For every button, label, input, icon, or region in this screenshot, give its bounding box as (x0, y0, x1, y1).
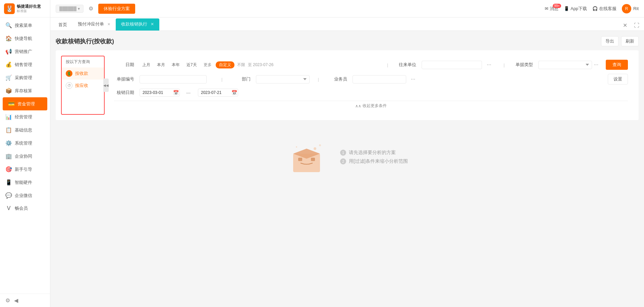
bill-no-input[interactable] (140, 75, 207, 84)
date-this-year[interactable]: 本年 (169, 61, 182, 68)
sidebar-item-hardware[interactable]: 📱 智能硬件 (0, 176, 50, 189)
sidebar-item-finance[interactable]: 💳 资金管理 (3, 97, 47, 110)
inventory-icon: 📦 (5, 88, 12, 94)
verification-date-start-input[interactable] (140, 89, 180, 97)
online-service-label: 在线客服 (599, 6, 616, 12)
dept-select[interactable] (256, 75, 310, 84)
logo-icon: 🐰 (4, 3, 15, 14)
step1-number: 1 (340, 150, 346, 156)
maximize-tab-icon[interactable]: ⛶ (632, 22, 641, 29)
sidebar-item-purchase[interactable]: 🛒 采购管理 (0, 71, 50, 84)
date-nolimit: 不限 (237, 62, 245, 68)
close-tab-icon[interactable]: ✕ (621, 21, 629, 29)
sidebar-menu: 🔍 搜索菜单 🏠 快捷导航 📢 营销推广 💰 销售管理 🛒 采购管理 📦 库存核… (0, 17, 50, 294)
wechat-icon: 💬 (5, 192, 12, 199)
filter-panel: 按以下方查询 💲 按收款 ⏱ 按应收 ◀◀ 日期 上月 (56, 50, 639, 120)
date-label: 日期 (114, 62, 134, 68)
tab-home[interactable]: 首页 (53, 19, 72, 31)
sidebar-item-label: 搜索菜单 (15, 22, 32, 29)
sidebar-item-label: 新手引导 (15, 166, 32, 172)
bill-no-value (140, 75, 213, 84)
counterpart-input[interactable] (422, 61, 482, 69)
sidebar-logo: 🐰 畅捷通好生意 标准版 (0, 0, 50, 17)
settings-button[interactable]: 设置 (608, 74, 628, 85)
filter-by-receipt[interactable]: 💲 按收款 (62, 67, 104, 80)
filter-form: 日期 上月 本月 本年 近7天 更多 自定义 不限 至 2023-07-26 (109, 56, 633, 115)
export-button[interactable]: 导出 (601, 36, 619, 46)
date-custom-tag[interactable]: 自定义 (216, 61, 234, 68)
finance-icon: 💳 (8, 101, 15, 107)
main-area: ██████ ▾ ⚙ 休验行业方案 ✉ 消息 99+ 📱 App下载 🎧 在线客… (50, 0, 644, 307)
online-service-button[interactable]: 🎧 在线客服 (592, 6, 616, 12)
empty-state: 1 请先选择要分析的方案 2 用[过滤]条件来缩小分析范围 (56, 120, 639, 194)
company-select[interactable]: ██████ ▾ (56, 5, 84, 13)
sales-icon: 💰 (5, 61, 12, 68)
bill-type-more-icon[interactable]: ··· (592, 61, 600, 68)
sidebar-item-inventory[interactable]: 📦 库存核算 (0, 84, 50, 97)
sidebar-item-label: 资金管理 (17, 101, 35, 107)
page-content: 收款核销执行(按收款) 导出 刷新 按以下方查询 💲 按收款 ⏱ 按应收 ◀◀ (50, 31, 644, 307)
date-range-separator: — (186, 90, 191, 95)
sidebar-item-label: 企业协同 (15, 153, 32, 159)
date-this-month[interactable]: 本月 (154, 61, 168, 68)
collapse-sidebar-icon[interactable]: ◀ (14, 297, 18, 304)
empty-step-1: 1 请先选择要分析的方案 (340, 150, 408, 156)
service-icon: 🎧 (592, 6, 598, 11)
sidebar-item-system[interactable]: ⚙️ 系统管理 (0, 137, 50, 150)
filter-by-receivable[interactable]: ⏱ 按应收 (62, 80, 104, 92)
date-last-month[interactable]: 上月 (140, 61, 153, 68)
date-more[interactable]: 更多 (201, 61, 214, 68)
close-tab-prepay-icon[interactable]: ✕ (107, 22, 110, 27)
salesman-input[interactable] (353, 75, 406, 84)
settings-icon[interactable]: ⚙ (5, 297, 10, 304)
refresh-button[interactable]: 刷新 (621, 36, 639, 46)
filter-row-verdate: 核销日期 📅 — 📅 (114, 89, 628, 97)
sidebar-item-label: 库存核算 (15, 88, 32, 94)
sidebar: 🐰 畅捷通好生意 标准版 🔍 搜索菜单 🏠 快捷导航 📢 营销推广 💰 销售管理… (0, 0, 50, 307)
counterpart-label: 往来单位 (396, 62, 416, 68)
tab-collection[interactable]: 收款核销执行 ✕ (116, 18, 159, 31)
filter-type-sidebar: 按以下方查询 💲 按收款 ⏱ 按应收 ◀◀ (61, 56, 105, 115)
logo-text: 畅捷通好生意 标准版 (17, 4, 41, 13)
step2-number: 2 (340, 158, 346, 164)
svg-point-4 (314, 147, 316, 150)
sidebar-item-label: 经营管理 (15, 114, 32, 120)
basic-icon: 📋 (5, 127, 12, 133)
filter-row-billno: 单据编号 | 部门 | 业务员 ··· (114, 74, 628, 85)
query-button[interactable]: 查询 (606, 60, 628, 70)
sidebar-item-search[interactable]: 🔍 搜索菜单 (0, 19, 50, 32)
counterpart-more-icon[interactable]: ··· (485, 61, 493, 68)
app-download-button[interactable]: 📱 App下载 (564, 6, 587, 12)
collapse-more-conditions[interactable]: ∧∧ 收起更多条件 (114, 101, 628, 111)
page-header: 收款核销执行(按收款) 导出 刷新 (56, 36, 639, 46)
filter-sidebar-title: 按以下方查询 (62, 59, 104, 67)
user-profile[interactable]: R Rit (622, 4, 639, 13)
topbar-settings-button[interactable]: ⚙ (86, 4, 96, 13)
tab-prepay[interactable]: 预付冲应付单 ✕ (72, 18, 116, 31)
salesman-value: ··· (353, 75, 413, 84)
collapse-filter-sidebar-button[interactable]: ◀◀ (103, 79, 109, 92)
sidebar-item-member[interactable]: V 畅会员 (0, 202, 50, 215)
verification-date-end-input[interactable] (198, 89, 238, 97)
sidebar-item-sales[interactable]: 💰 销售管理 (0, 58, 50, 71)
close-tab-collection-icon[interactable]: ✕ (151, 22, 154, 27)
bill-type-select[interactable] (538, 61, 592, 69)
date-to-label: 至 2023-07-26 (248, 62, 274, 68)
sidebar-item-wechat[interactable]: 💬 企业微信 (0, 189, 50, 202)
sidebar-item-enterprise[interactable]: 🏢 企业协同 (0, 150, 50, 163)
sidebar-item-marketing[interactable]: 📢 营销推广 (0, 45, 50, 58)
industry-solution-button[interactable]: 休验行业方案 (98, 4, 135, 14)
salesman-more-icon[interactable]: ··· (409, 75, 417, 83)
sidebar-item-guide[interactable]: 🎯 新手引导 (0, 163, 50, 176)
topbar-left: ██████ ▾ ⚙ 休验行业方案 (56, 4, 541, 14)
dept-label: 部门 (230, 76, 251, 82)
system-icon: ⚙️ (5, 140, 12, 146)
date-7days[interactable]: 近7天 (184, 61, 200, 68)
page-title: 收款核销执行(按收款) (56, 37, 114, 45)
sidebar-item-quicknav[interactable]: 🏠 快捷导航 (0, 32, 50, 45)
sidebar-item-basic[interactable]: 📋 基础信息 (0, 123, 50, 137)
messages-button[interactable]: ✉ 消息 99+ (545, 6, 558, 12)
sidebar-item-operation[interactable]: 📊 经营管理 (0, 110, 50, 123)
sidebar-item-label: 畅会员 (15, 205, 28, 211)
topbar-right: ✉ 消息 99+ 📱 App下载 🎧 在线客服 R Rit (545, 4, 639, 13)
